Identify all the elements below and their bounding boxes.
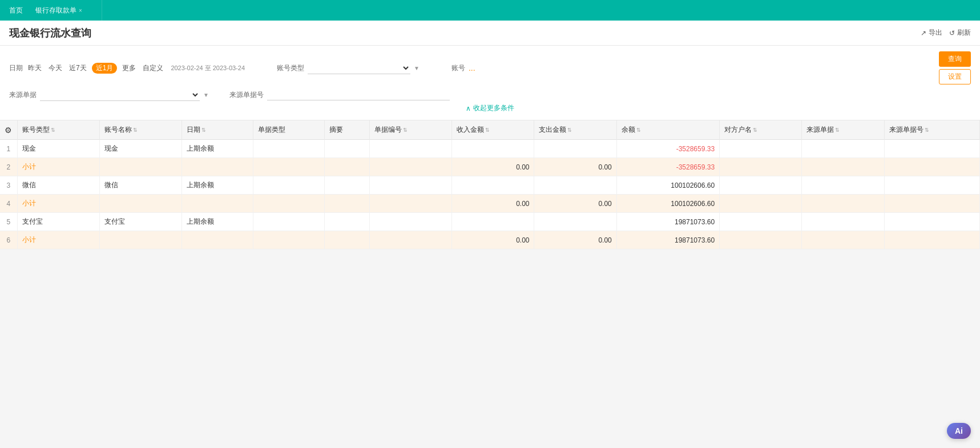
date-shortcut-近7天[interactable]: 近7天 bbox=[67, 63, 88, 74]
cell-date bbox=[182, 195, 253, 213]
col-header-balance[interactable]: 余额⇅ bbox=[616, 120, 719, 140]
cell-expense: 0.00 bbox=[534, 231, 616, 249]
cell-source-doc bbox=[802, 158, 884, 176]
table-row: 3微信微信上期余额100102606.60 bbox=[0, 176, 980, 195]
cell-source-doc bbox=[802, 213, 884, 231]
cell-counterpart bbox=[720, 195, 802, 213]
source-doc-no-input[interactable] bbox=[267, 90, 450, 100]
cell-source-doc bbox=[802, 140, 884, 158]
nav-tab-银行存取款单[interactable]: 银行存取款单× bbox=[30, 0, 102, 21]
col-header-income[interactable]: 收入金额⇅ bbox=[452, 120, 534, 140]
cell-expense bbox=[534, 176, 616, 195]
cell-source-doc-no bbox=[884, 231, 979, 249]
sort-icon: ⇅ bbox=[403, 127, 408, 133]
row-number: 4 bbox=[0, 195, 17, 213]
page-title: 现金银行流水查询 bbox=[9, 26, 91, 40]
date-shortcut-近1月[interactable]: 近1月 bbox=[92, 63, 118, 74]
cell-balance: -3528659.33 bbox=[616, 158, 719, 176]
refresh-button[interactable]: ↺ 刷新 bbox=[949, 28, 971, 38]
cell-income: 0.00 bbox=[452, 195, 534, 213]
cell-source-doc-no bbox=[884, 213, 979, 231]
col-header-account_type[interactable]: 账号类型⇅ bbox=[17, 120, 99, 140]
account-type-select[interactable] bbox=[308, 62, 410, 74]
source-doc-select[interactable] bbox=[40, 89, 200, 101]
table-row: 2小计0.000.00-3528659.33 bbox=[0, 158, 980, 176]
cell-source-doc bbox=[802, 231, 884, 249]
cell-doc-type bbox=[253, 213, 325, 231]
cell-balance: 100102606.60 bbox=[616, 195, 719, 213]
source-doc-dropdown-icon: ▼ bbox=[203, 92, 209, 98]
date-label: 日期 bbox=[9, 63, 23, 73]
sort-icon: ⇅ bbox=[753, 127, 757, 133]
cell-counterpart bbox=[720, 213, 802, 231]
cell-doc-type bbox=[253, 176, 325, 195]
cell-doc-no bbox=[369, 140, 451, 158]
col-header-source_doc[interactable]: 来源单据⇅ bbox=[802, 120, 884, 140]
cell-summary bbox=[325, 158, 370, 176]
cell-account-name: 现金 bbox=[99, 140, 182, 158]
cell-doc-type bbox=[253, 195, 325, 213]
table-row: 4小计0.000.00100102606.60 bbox=[0, 195, 980, 213]
row-number: 5 bbox=[0, 213, 17, 231]
cell-account-type: 小计 bbox=[17, 231, 99, 249]
refresh-icon: ↺ bbox=[949, 29, 955, 37]
cell-expense: 0.00 bbox=[534, 158, 616, 176]
sort-icon: ⇅ bbox=[925, 127, 929, 133]
cell-counterpart bbox=[720, 140, 802, 158]
close-tab-icon[interactable]: × bbox=[79, 7, 82, 14]
account-ellipsis-btn[interactable]: ... bbox=[469, 63, 475, 72]
settings-button[interactable]: 设置 bbox=[939, 69, 971, 84]
table-body: 1现金现金上期余额-3528659.332小计0.000.00-3528659.… bbox=[0, 140, 980, 249]
table-container: ⚙账号类型⇅账号名称⇅日期⇅单据类型摘要单据编号⇅收入金额⇅支出金额⇅余额⇅对方… bbox=[0, 120, 980, 249]
cell-account-name: 支付宝 bbox=[99, 213, 182, 231]
cell-expense bbox=[534, 213, 616, 231]
cell-summary bbox=[325, 231, 370, 249]
nav-home[interactable]: 首页 bbox=[2, 6, 30, 15]
cell-doc-no bbox=[369, 213, 451, 231]
cell-account-name bbox=[99, 158, 182, 176]
cell-source-doc-no bbox=[884, 140, 979, 158]
top-nav: 首页 收款单×付款单×其他收入单×应收应付调整单×银行存取款单×预收冲应收单×收… bbox=[0, 0, 980, 21]
cell-source-doc-no bbox=[884, 158, 979, 176]
sort-icon: ⇅ bbox=[567, 127, 572, 133]
cell-date: 上期余额 bbox=[182, 140, 253, 158]
date-filter: 日期 昨天今天近7天近1月更多自定义 2023-02-24 至 2023-03-… bbox=[9, 63, 245, 74]
export-icon: ↗ bbox=[921, 29, 926, 37]
col-header-source_doc_no[interactable]: 来源单据号⇅ bbox=[884, 120, 979, 140]
date-shortcut-昨天[interactable]: 昨天 bbox=[26, 63, 43, 74]
cell-summary bbox=[325, 213, 370, 231]
cell-expense bbox=[534, 140, 616, 158]
source-doc-filter: 来源单据 ▼ bbox=[9, 89, 209, 101]
cell-expense: 0.00 bbox=[534, 195, 616, 213]
sort-icon: ⇅ bbox=[201, 127, 206, 133]
col-header-gear: ⚙ bbox=[0, 120, 17, 140]
export-button[interactable]: ↗ 导出 bbox=[921, 28, 942, 38]
cell-source-doc-no bbox=[884, 195, 979, 213]
cell-doc-type bbox=[253, 158, 325, 176]
cell-doc-no bbox=[369, 176, 451, 195]
account-label: 账号 bbox=[451, 63, 465, 73]
cell-source-doc-no bbox=[884, 176, 979, 195]
row-number: 6 bbox=[0, 231, 17, 249]
source-doc-no-label: 来源单据号 bbox=[229, 90, 264, 100]
cell-date: 上期余额 bbox=[182, 213, 253, 231]
collapse-bar[interactable]: ∧ 收起更多条件 bbox=[9, 101, 971, 114]
date-shortcut-自定义[interactable]: 自定义 bbox=[141, 63, 165, 74]
cell-account-name bbox=[99, 195, 182, 213]
query-button[interactable]: 查询 bbox=[939, 51, 971, 67]
cell-account-type: 小计 bbox=[17, 195, 99, 213]
table-row: 5支付宝支付宝上期余额19871073.60 bbox=[0, 213, 980, 231]
date-shortcut-更多[interactable]: 更多 bbox=[120, 63, 138, 74]
table-header-row: ⚙账号类型⇅账号名称⇅日期⇅单据类型摘要单据编号⇅收入金额⇅支出金额⇅余额⇅对方… bbox=[0, 120, 980, 140]
row-number: 3 bbox=[0, 176, 17, 195]
col-header-date[interactable]: 日期⇅ bbox=[182, 120, 253, 140]
collapse-label: 收起更多条件 bbox=[473, 103, 514, 113]
account-type-filter: 账号类型 ▼ bbox=[277, 62, 420, 74]
date-shortcut-今天[interactable]: 今天 bbox=[47, 63, 64, 74]
col-header-account_name[interactable]: 账号名称⇅ bbox=[99, 120, 182, 140]
nav-tabs: 收款单×付款单×其他收入单×应收应付调整单×银行存取款单×预收冲应收单×收款核销… bbox=[30, 0, 102, 21]
col-header-counterpart[interactable]: 对方户名⇅ bbox=[720, 120, 802, 140]
col-header-doc_no[interactable]: 单据编号⇅ bbox=[369, 120, 451, 140]
col-header-expense[interactable]: 支出金额⇅ bbox=[534, 120, 616, 140]
gear-icon[interactable]: ⚙ bbox=[5, 126, 12, 135]
